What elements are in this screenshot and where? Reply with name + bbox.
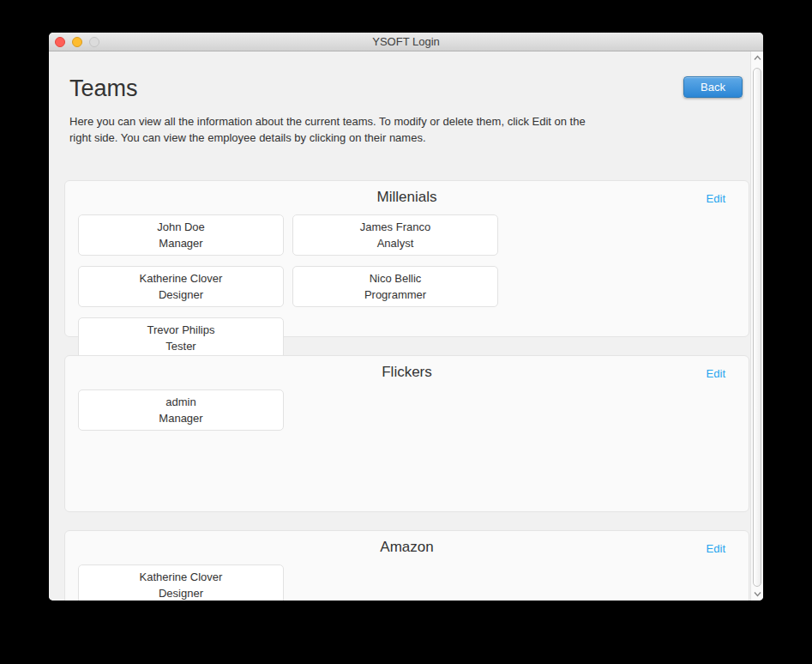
member-role: Manager <box>159 412 202 425</box>
member-role: Designer <box>159 288 203 301</box>
team-title: Millenials <box>65 181 749 206</box>
member-card[interactable]: admin Manager <box>78 389 284 431</box>
member-name[interactable]: Katherine Clover <box>140 272 223 285</box>
page-description: Here you can view all the information ab… <box>69 113 763 146</box>
window-title: YSOFT Login <box>49 33 763 51</box>
members-grid: admin Manager <box>65 381 749 431</box>
page-description-line1: Here you can view all the information ab… <box>69 115 586 128</box>
edit-link[interactable]: Edit <box>707 192 725 205</box>
member-role: Manager <box>159 237 202 250</box>
team-title: Amazon <box>65 531 749 556</box>
member-role: Analyst <box>377 237 414 250</box>
members-grid: John Doe Manager James Franco Analyst Ka… <box>65 206 749 359</box>
title-bar: YSOFT Login <box>49 33 763 51</box>
member-card[interactable]: Nico Bellic Programmer <box>292 266 498 307</box>
member-name[interactable]: admin <box>165 395 195 408</box>
team-section-flickers: Flickers Edit admin Manager <box>64 355 749 512</box>
member-role: Designer <box>159 587 203 600</box>
page-title: Teams <box>69 75 763 102</box>
zoom-button[interactable] <box>89 37 99 47</box>
content-area: Teams Back Here you can view all the inf… <box>49 51 763 601</box>
app-window: YSOFT Login Teams Back Here you can view… <box>49 33 763 601</box>
team-title: Flickers <box>65 356 749 381</box>
close-button[interactable] <box>55 37 65 47</box>
team-section-millenials: Millenials Edit John Doe Manager James F… <box>64 180 749 337</box>
edit-link[interactable]: Edit <box>707 542 725 555</box>
member-card[interactable]: Trevor Philips Tester <box>78 317 284 359</box>
scroll-up-icon[interactable] <box>754 55 761 61</box>
member-role: Programmer <box>364 288 426 301</box>
member-card[interactable]: James Franco Analyst <box>292 214 498 256</box>
members-grid: Katherine Clover Designer <box>65 556 749 601</box>
vertical-scrollbar[interactable] <box>750 51 763 601</box>
member-name[interactable]: Katherine Clover <box>140 570 223 583</box>
scroll-down-icon[interactable] <box>754 591 761 597</box>
page-description-line2: right side. You can view the employee de… <box>69 131 426 144</box>
member-card[interactable]: Katherine Clover Designer <box>78 564 284 601</box>
teams-list: Millenials Edit John Doe Manager James F… <box>64 180 749 601</box>
member-card[interactable]: John Doe Manager <box>78 214 284 256</box>
member-name[interactable]: Nico Bellic <box>370 272 422 285</box>
member-name[interactable]: John Doe <box>157 220 205 233</box>
back-button[interactable]: Back <box>683 76 743 98</box>
member-name[interactable]: Trevor Philips <box>147 323 215 336</box>
edit-link[interactable]: Edit <box>707 367 725 380</box>
traffic-lights <box>55 37 99 47</box>
member-name[interactable]: James Franco <box>360 220 430 233</box>
member-role: Tester <box>165 340 195 353</box>
member-card[interactable]: Katherine Clover Designer <box>78 266 284 307</box>
scrollbar-thumb[interactable] <box>753 68 761 587</box>
minimize-button[interactable] <box>72 37 82 47</box>
team-section-amazon: Amazon Edit Katherine Clover Designer <box>64 530 749 601</box>
